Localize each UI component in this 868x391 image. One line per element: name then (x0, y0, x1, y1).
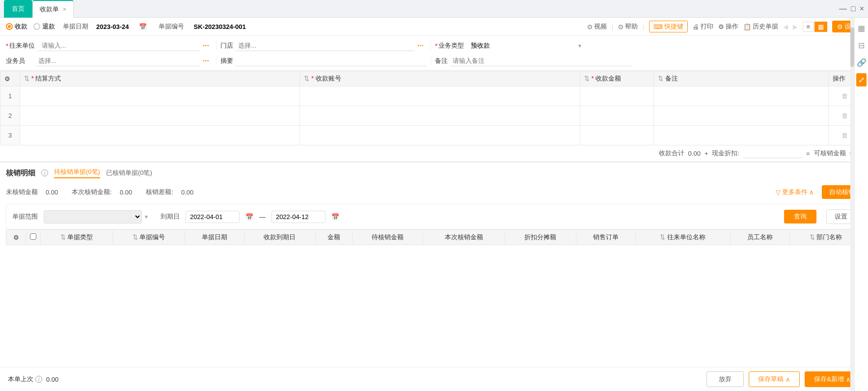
business-type-field: * 业务类型 预收款 ▼ (435, 40, 582, 52)
sidebar-expand-icon[interactable]: ⤢ (856, 73, 867, 86)
main-content: 收款 退款 单据日期 2023-03-24 📅 单据编号 SK-20230324… (0, 18, 868, 391)
sidebar-table-icon[interactable]: ▦ (856, 22, 867, 35)
diff-label: 核销差额: (146, 188, 173, 196)
row-num-3: 3 (0, 126, 20, 145)
scroll-track[interactable] (850, 18, 854, 391)
table-settings-header[interactable]: ⚙ (0, 71, 20, 86)
shortcut-label: 快捷键 (664, 22, 683, 31)
date-end-input[interactable] (271, 211, 326, 223)
bt-doc-no-header: ⇅ 单据编号 (113, 230, 185, 245)
radio-refund[interactable]: 退款 (33, 22, 55, 31)
account-cell-1[interactable] (300, 86, 580, 106)
counterpart-more-icon[interactable]: ··· (200, 41, 212, 50)
verify-info-icon[interactable]: i (41, 169, 48, 176)
sort-icon: ⇅ (24, 75, 29, 82)
delete-row-1-icon[interactable]: 🗑 (841, 92, 848, 100)
date-separator: — (259, 213, 266, 221)
keyboard-icon: ⌨ (653, 23, 663, 30)
radio-receipt-dot (6, 23, 13, 30)
remark-col-label: 备注 (665, 75, 678, 82)
done-tab[interactable]: 已核销单据(0笔) (106, 168, 152, 177)
settlement-cell-2[interactable] (20, 106, 300, 126)
delete-row-3-icon[interactable]: 🗑 (841, 132, 848, 140)
video-tool[interactable]: ⊙ 视频 (587, 22, 607, 31)
history-tool[interactable]: 📋 历史单据 (743, 22, 778, 31)
store-input[interactable] (235, 40, 414, 51)
pending-tab[interactable]: 待核销单据(0笔) (54, 168, 100, 178)
maximize-button[interactable]: □ (851, 4, 856, 13)
help-icon: ⊙ (618, 23, 624, 30)
business-type-chevron[interactable]: ▼ (577, 43, 582, 49)
unclaimed-value: 0.00 (46, 189, 58, 196)
settlement-cell-1[interactable] (20, 86, 300, 106)
toolbar-row: 收款 退款 单据日期 2023-03-24 📅 单据编号 SK-20230324… (0, 18, 868, 36)
sidebar-link-icon[interactable]: 🔗 (855, 56, 868, 69)
delete-row-2-icon[interactable]: 🗑 (841, 112, 848, 120)
calendar-icon[interactable]: 📅 (139, 23, 147, 30)
remark-cell-2[interactable] (653, 106, 828, 126)
remark-cell-1[interactable] (653, 86, 828, 106)
available-label: 可核销金额 (814, 149, 846, 158)
staff-input[interactable] (35, 56, 200, 66)
bottom-table-section: ⚙ ⇅ 单据类型 ⇅ 单据编号 (6, 229, 862, 245)
remark-cell-3[interactable] (653, 126, 828, 145)
radio-receipt[interactable]: 收款 (6, 22, 27, 31)
account-cell-3[interactable] (300, 126, 580, 145)
range-select[interactable] (44, 210, 142, 223)
summary-input[interactable] (235, 56, 427, 66)
scroll-thumb[interactable] (850, 28, 854, 67)
discount-input[interactable] (743, 148, 802, 158)
row-num-2: 2 (0, 106, 20, 126)
account-cell-2[interactable] (300, 106, 580, 126)
close-window-button[interactable]: × (860, 4, 864, 13)
cal-icon-start[interactable]: 📅 (245, 213, 253, 221)
remark-label: 备注 (435, 56, 450, 65)
store-more-icon[interactable]: ··· (414, 41, 427, 50)
amount-cell-2[interactable] (580, 106, 653, 126)
staff-more-icon[interactable]: ··· (200, 56, 212, 65)
more-conditions-btn[interactable]: ▽ 更多条件 ∧ (776, 188, 814, 196)
operation-tool[interactable]: ⚙ 操作 (718, 22, 738, 31)
select-all-checkbox[interactable] (30, 233, 36, 240)
staff-field: 业务员 ··· (6, 56, 212, 66)
amount-cell-3[interactable] (580, 126, 653, 145)
grid-view-btn[interactable]: ▦ (814, 22, 827, 32)
footer-info: 本单上次 i 0.00 (8, 375, 58, 384)
query-label: 查询 (794, 213, 807, 220)
summary-label: 摘要 (220, 56, 235, 65)
minimize-button[interactable]: — (839, 4, 847, 13)
help-tool[interactable]: ⊙ 帮助 (618, 22, 638, 31)
required-star3: * (592, 75, 594, 82)
counterpart-input[interactable] (39, 40, 200, 51)
bt-checkbox-header[interactable] (26, 230, 41, 245)
abandon-button[interactable]: 放弃 (706, 371, 744, 387)
query-button[interactable]: 查询 (784, 210, 816, 223)
print-tool[interactable]: 🖨 打印 (693, 22, 713, 31)
view-buttons: ≡ ▦ (803, 22, 827, 32)
store-field: 门店 ··· (220, 40, 427, 51)
more-conditions-label: 更多条件 (782, 188, 808, 196)
tab-receipt[interactable]: 收款单 × (32, 0, 74, 18)
total-label: 收款合计 (659, 149, 684, 158)
save-draft-label: 保存草稿 (758, 375, 784, 384)
plus-sign: + (705, 150, 708, 157)
prev-info-icon[interactable]: i (35, 376, 42, 383)
save-draft-button[interactable]: 保存草稿 ∧ (749, 371, 800, 387)
settlement-cell-3[interactable] (20, 126, 300, 145)
tab-home[interactable]: 首页 (4, 0, 32, 18)
list-view-btn[interactable]: ≡ (803, 22, 814, 32)
chevron-up-icon: ∧ (809, 189, 814, 196)
amount-header: ⇅ * 收款金额 (580, 71, 653, 86)
date-start-input[interactable] (186, 211, 240, 223)
cal-icon-end[interactable]: 📅 (331, 213, 339, 221)
remark-input[interactable] (450, 56, 631, 66)
bt-settings-header[interactable]: ⚙ (6, 230, 26, 245)
verify-stats: 未核销金额 0.00 本次核销金额: 0.00 核销差额: 0.00 ▽ 更多条… (6, 182, 862, 202)
amount-cell-1[interactable] (580, 86, 653, 106)
close-tab-icon[interactable]: × (63, 6, 66, 13)
amount-label: 收款金额 (596, 75, 621, 82)
total-value: 0.00 (688, 150, 701, 157)
shortcut-button[interactable]: ⌨ 快捷键 (649, 21, 688, 32)
sidebar-list-icon[interactable]: ⊟ (856, 39, 867, 52)
sort-bt2: ⇅ (133, 233, 138, 241)
